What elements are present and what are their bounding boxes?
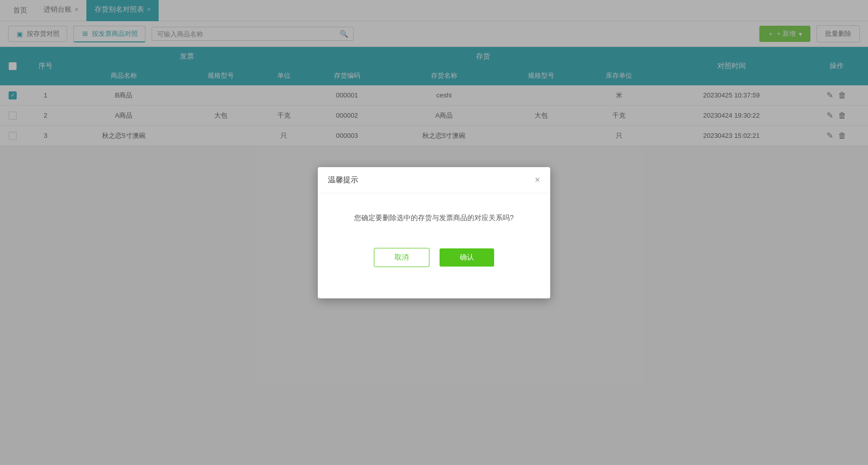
- dialog-overlay: 温馨提示 × 您确定要删除选中的存货与发票商品的对应关系吗? 取消 确认: [0, 0, 868, 146]
